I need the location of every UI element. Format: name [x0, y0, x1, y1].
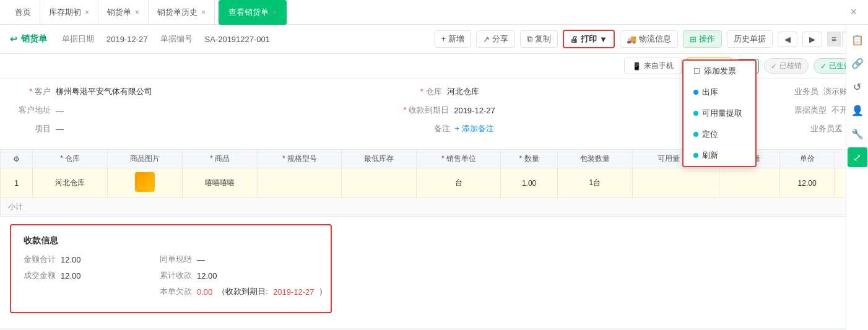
- print-button[interactable]: 🖨 打印 ▼: [563, 30, 615, 48]
- sidebar-settings-button[interactable]: 🔧: [848, 124, 867, 144]
- row-pkg-qty: 1台: [557, 168, 632, 198]
- customer-label: 客户: [12, 86, 56, 97]
- cumulative-value: 12.00: [197, 271, 217, 280]
- tab-sales-label: 销货单: [107, 7, 131, 18]
- locate-item[interactable]: 定位: [684, 124, 755, 145]
- share-icon: ↗: [483, 35, 490, 44]
- row-no: 1: [1, 168, 33, 198]
- payment-date-label: 收款到期日: [404, 105, 454, 116]
- logistics-button[interactable]: 🚚 物流信息: [620, 30, 678, 48]
- tab-inventory-close[interactable]: ×: [85, 8, 89, 17]
- tab-sales-history-close[interactable]: ×: [201, 8, 206, 17]
- refresh-item[interactable]: 刷新: [684, 145, 755, 166]
- form-header: ↩ 销货单 单据日期 2019-12-27 单据编号 SA-20191227-0…: [0, 25, 868, 54]
- tab-view-sales-close[interactable]: ×: [272, 8, 277, 17]
- tab-view-sales[interactable]: 查看销货单 ×: [219, 0, 287, 25]
- print-dropdown-icon: ▼: [599, 35, 607, 44]
- row-min-stock: [342, 168, 417, 198]
- note-add-btn[interactable]: + 添加备注: [455, 123, 811, 134]
- col-qty: * 数量: [501, 150, 557, 168]
- deal-item: 成交金额 12.00: [24, 270, 135, 281]
- due-value: 0.00: [197, 287, 212, 297]
- payment-row-2: 成交金额 12.00 累计收款 12.00: [24, 270, 318, 281]
- sales-icon: ↩: [10, 34, 17, 44]
- col-min-stock: 最低库存: [342, 150, 417, 168]
- share-button[interactable]: ↗ 分享: [476, 30, 515, 48]
- address-value: —: [56, 106, 404, 115]
- sidebar-refresh-button[interactable]: ↺: [848, 77, 867, 97]
- payment-row-1: 金额合计 12.00 同单现结 —: [24, 254, 318, 265]
- ticket-label: 票据类型: [794, 105, 827, 116]
- from-phone-button[interactable]: 📱 来自手机: [624, 58, 682, 74]
- outbound-dot: [693, 90, 698, 95]
- nav-next-button[interactable]: ▶: [802, 32, 822, 47]
- invoice-icon: ☐: [693, 67, 700, 76]
- date-label: 单据日期: [62, 33, 94, 45]
- right-sidebar: 📋 🔗 ↺ 👤 🔧 ⤢: [846, 25, 868, 328]
- add-invoice-item[interactable]: ☐ 添加发票: [684, 61, 755, 82]
- payment-info-panel: 收款信息 金额合计 12.00 同单现结 — 成交金额 12.00 累计收款 1…: [10, 224, 332, 313]
- payment-row-3: 本单欠款 0.00 （收款到期日: 2019-12-27 ）: [24, 286, 318, 297]
- cancelled-label: 已核销: [779, 61, 802, 71]
- due-date-label: （收款到期日:: [217, 286, 268, 297]
- sidebar-user-button[interactable]: 👤: [848, 100, 867, 120]
- copy-button[interactable]: ⧉ 复制: [520, 30, 558, 48]
- logistics-icon: 🚚: [627, 35, 636, 44]
- form-title-text: 销货单: [21, 33, 47, 45]
- refresh-dot: [693, 153, 698, 158]
- subtotal-row: 小计: [1, 198, 868, 217]
- tab-sales-history[interactable]: 销货单历史 ×: [149, 0, 215, 25]
- sidebar-doc-button[interactable]: 📋: [848, 30, 867, 50]
- history-button[interactable]: 历史单据: [727, 30, 773, 48]
- outbound-item[interactable]: 出库: [684, 82, 755, 103]
- col-unit: * 销售单位: [417, 150, 501, 168]
- view-list-button[interactable]: ≡: [827, 32, 841, 46]
- tab-inventory-label: 库存期初: [49, 7, 81, 18]
- project-label: 项目: [12, 123, 56, 134]
- same-order-value: —: [197, 255, 205, 264]
- no-value: SA-20191227-001: [205, 35, 271, 44]
- main-content: ↩ 销货单 单据日期 2019-12-27 单据编号 SA-20191227-0…: [0, 25, 868, 328]
- copy-label: 复制: [535, 33, 551, 45]
- no-label: 单据编号: [160, 33, 193, 45]
- row-spec: [258, 168, 342, 198]
- print-icon: 🖨: [570, 35, 578, 44]
- operation-icon: ⊞: [690, 35, 697, 44]
- same-order-item: 同单现结 —: [160, 254, 271, 265]
- customer-field: 客户 柳州粤港平安气体有限公司: [12, 86, 404, 97]
- sidebar-expand-button[interactable]: ⤢: [848, 147, 867, 167]
- col-spec: * 规格型号: [258, 150, 342, 168]
- warehouse-label: 仓库: [404, 86, 447, 97]
- from-phone-label: 来自手机: [644, 61, 674, 71]
- form-meta: 单据日期 2019-12-27 单据编号 SA-20191227-001: [62, 33, 270, 45]
- row-img: [108, 168, 183, 198]
- operation-button[interactable]: ⊞ 操作: [683, 30, 722, 48]
- sidebar-link-button[interactable]: 🔗: [848, 53, 867, 73]
- copy-icon: ⧉: [527, 34, 532, 44]
- col-settings[interactable]: ⚙: [1, 150, 33, 168]
- total-value: 12.00: [61, 255, 81, 264]
- window-close-button[interactable]: ×: [845, 6, 862, 19]
- tab-inventory[interactable]: 库存期初 ×: [40, 0, 98, 25]
- tab-bar: 首页 库存期初 × 销货单 × 销货单历史 × 查看销货单 × ×: [0, 0, 868, 25]
- tab-sales-close[interactable]: ×: [135, 8, 139, 17]
- row-avail: [632, 168, 719, 198]
- new-button[interactable]: + 新增: [435, 30, 471, 48]
- tab-sales[interactable]: 销货单 ×: [98, 0, 149, 25]
- available-qty-dot: [693, 111, 698, 116]
- nav-prev-button[interactable]: ◀: [778, 32, 797, 47]
- col-warehouse: * 仓库: [33, 150, 108, 168]
- locate-dot: [693, 132, 698, 137]
- settings-icon: ⚙: [13, 155, 20, 163]
- effective-icon: ✓: [820, 62, 827, 71]
- cancelled-badge: ✓ 已核销: [764, 58, 809, 74]
- product-image: [135, 172, 155, 192]
- deal-value: 12.00: [61, 271, 81, 280]
- tab-home[interactable]: 首页: [6, 0, 40, 25]
- operation-dropdown: ☐ 添加发票 出库 可用量提取 定位 刷新: [682, 59, 757, 167]
- row-price: 12.00: [780, 168, 835, 198]
- available-qty-item[interactable]: 可用量提取: [684, 103, 755, 124]
- same-order-label: 同单现结: [160, 254, 192, 265]
- refresh-label: 刷新: [702, 150, 718, 161]
- toolbar-right: + 新增 ↗ 分享 ⧉ 复制 🖨 打印 ▼ 🚚 物流信息 ⊞ 操作: [435, 30, 858, 48]
